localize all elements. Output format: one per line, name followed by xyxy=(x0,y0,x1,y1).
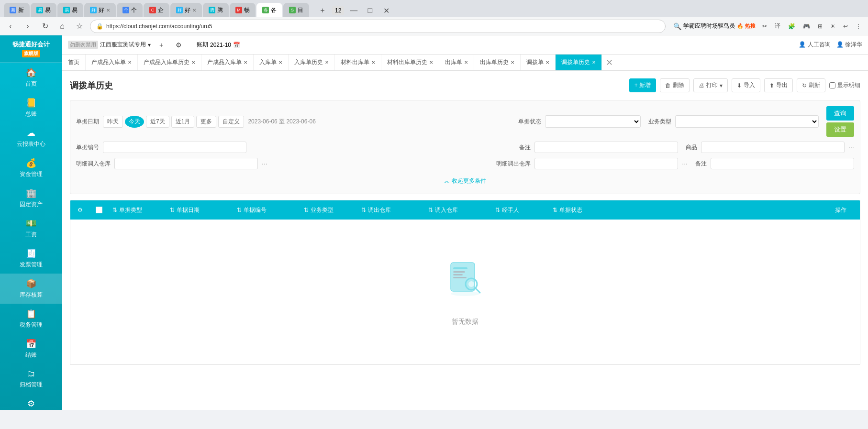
page-tab-home[interactable]: 首页 xyxy=(62,55,86,70)
sidebar-item-ledger[interactable]: 📒 总账 xyxy=(0,93,62,123)
browser-tab-9[interactable]: M 畅 xyxy=(230,3,256,17)
collapse-button[interactable]: ︽ 收起更多条件 xyxy=(76,174,854,188)
user-avatar[interactable]: 👤 徐泽华 xyxy=(836,41,862,49)
browser-tab-10[interactable]: 各 各 xyxy=(256,3,282,17)
period-selector[interactable]: 账期 2021-10 📅 xyxy=(197,41,240,49)
sidebar-item-inventory[interactable]: 📦 库存核算 xyxy=(0,274,62,304)
back-button[interactable]: ‹ xyxy=(4,20,17,33)
show-all-option[interactable]: 显示明细 xyxy=(829,81,860,89)
sidebar-item-home[interactable]: 🏠 首页 xyxy=(0,63,62,93)
th-doc-type[interactable]: ⇅ 单据类型 xyxy=(109,206,166,214)
browser-tab-2[interactable]: 易 易 xyxy=(31,3,56,17)
print-button[interactable]: 🖨 打印 ▾ xyxy=(693,78,728,92)
page-tab-out-order[interactable]: 出库单 ✕ xyxy=(439,55,474,70)
add-company-button[interactable]: + xyxy=(155,38,168,52)
refresh-button[interactable]: ↻ 刷新 xyxy=(797,78,825,92)
th-settings[interactable]: ⚙ xyxy=(70,207,89,213)
th-doc-no[interactable]: ⇅ 单据编号 xyxy=(233,206,300,214)
th-handler[interactable]: ⇅ 经手人 xyxy=(491,206,549,214)
close-tab-icon[interactable]: ✕ xyxy=(278,60,282,65)
remark-input[interactable] xyxy=(534,142,678,153)
close-tab-icon[interactable]: ✕ xyxy=(192,8,196,13)
detail-in-more-icon[interactable]: ··· xyxy=(262,160,267,167)
url-bar[interactable]: 🔒 https://cloud.chanjet.com/accounting/u… xyxy=(90,20,666,33)
minimize-button[interactable]: — xyxy=(347,4,360,17)
browser-tab-4[interactable]: 好 好 ✕ xyxy=(84,3,116,17)
goods-more-icon[interactable]: ··· xyxy=(848,143,854,151)
company-selector[interactable]: 勿删勿禁用 江西服宝测试专用 ▾ xyxy=(68,41,151,49)
home-button[interactable]: ⌂ xyxy=(56,20,69,33)
browser-tab-7[interactable]: 好 好 ✕ xyxy=(170,3,202,17)
status-select[interactable] xyxy=(545,115,641,128)
set-button[interactable]: 设置 xyxy=(826,122,854,137)
th-biz-type[interactable]: ⇅ 业务类型 xyxy=(300,206,357,214)
close-tab-icon[interactable]: ✕ xyxy=(371,60,375,65)
page-tab-out-history[interactable]: 出库单历史 ✕ xyxy=(474,55,521,70)
sidebar-item-wages[interactable]: 💵 工资 xyxy=(0,213,62,243)
tool-ext1[interactable]: 🧩 xyxy=(785,22,798,31)
sidebar-item-tax[interactable]: 📋 税务管理 xyxy=(0,304,62,334)
page-tab-in-order[interactable]: 入库单 ✕ xyxy=(254,55,289,70)
close-tab-icon[interactable]: ✕ xyxy=(106,8,110,13)
close-tab-icon[interactable]: ✕ xyxy=(511,60,514,65)
page-tab-mat-out[interactable]: 材料出库单 ✕ xyxy=(335,55,381,70)
date-btn-custom[interactable]: 自定义 xyxy=(218,116,244,128)
date-btn-1month[interactable]: 近1月 xyxy=(171,116,195,128)
page-tab-in-history[interactable]: 入库单历史 ✕ xyxy=(289,55,335,70)
close-window-button[interactable]: ✕ xyxy=(379,4,393,17)
th-out-warehouse[interactable]: ⇅ 调出仓库 xyxy=(357,206,424,214)
show-all-checkbox[interactable] xyxy=(829,82,835,88)
page-tab-product-in-history[interactable]: 产成品入库单历史 ✕ xyxy=(138,55,201,70)
close-tab-icon[interactable]: ✕ xyxy=(429,60,433,65)
maximize-button[interactable]: □ xyxy=(363,4,377,17)
page-tab-mat-out-history[interactable]: 材料出库单历史 ✕ xyxy=(381,55,439,70)
select-all-checkbox[interactable] xyxy=(96,207,102,213)
company-settings-button[interactable]: ⚙ xyxy=(172,38,185,52)
th-in-warehouse[interactable]: ⇅ 调入仓库 xyxy=(424,206,491,214)
forward-button[interactable]: › xyxy=(21,20,34,33)
tool-menu[interactable]: ⋮ xyxy=(853,22,864,31)
tool-game[interactable]: 🎮 xyxy=(800,22,813,31)
close-tab-icon[interactable]: ✕ xyxy=(464,60,468,65)
query-button[interactable]: 查询 xyxy=(826,106,854,121)
th-doc-status[interactable]: ⇅ 单据状态 xyxy=(549,206,822,214)
close-tab-icon[interactable]: ✕ xyxy=(128,60,132,65)
browser-tab-6[interactable]: C 企 xyxy=(144,3,169,17)
sidebar-item-close[interactable]: 📅 结账 xyxy=(0,334,62,364)
docno-input[interactable] xyxy=(103,142,246,153)
new-tab-button[interactable]: + xyxy=(316,4,329,17)
date-btn-more[interactable]: 更多 xyxy=(196,116,216,128)
browser-tab-5[interactable]: 个 个 xyxy=(117,3,143,17)
th-checkbox[interactable] xyxy=(89,207,109,213)
close-tab-icon[interactable]: ✕ xyxy=(191,60,195,65)
biz-type-select[interactable] xyxy=(675,115,819,128)
page-tab-transfer[interactable]: 调拨单 ✕ xyxy=(521,55,556,70)
close-tab-icon[interactable]: ✕ xyxy=(592,60,596,65)
sidebar-item-settings[interactable]: ⚙ 基础设置 xyxy=(0,394,62,410)
sidebar-item-archive[interactable]: 🗂 归档管理 xyxy=(0,364,62,394)
tool-undo[interactable]: ↩ xyxy=(840,22,851,31)
date-btn-7days[interactable]: 近7天 xyxy=(146,116,169,128)
page-tab-transfer-history[interactable]: 调拨单历史 ✕ xyxy=(556,55,602,70)
detail-out-input[interactable] xyxy=(534,158,678,169)
tool-grid[interactable]: ⊞ xyxy=(815,22,825,31)
page-tab-product-in[interactable]: 产成品入库单 ✕ xyxy=(86,55,138,70)
reload-button[interactable]: ↻ xyxy=(38,20,52,33)
close-tab-icon[interactable]: ✕ xyxy=(325,60,329,65)
goods-input[interactable] xyxy=(701,142,845,153)
th-doc-date[interactable]: ⇅ 单据日期 xyxy=(166,206,233,214)
service-button[interactable]: 👤 人工咨询 xyxy=(799,41,830,49)
bookmark-button[interactable]: ☆ xyxy=(73,20,86,33)
sidebar-item-reports[interactable]: ☁ 云报表中心 xyxy=(0,123,62,153)
close-all-button[interactable]: ✕ xyxy=(602,57,617,68)
browser-tab-8[interactable]: 腾 腾 xyxy=(203,3,229,17)
date-btn-today[interactable]: 今天 xyxy=(125,116,144,128)
detail-in-input[interactable] xyxy=(114,158,258,169)
export-button[interactable]: ⬆ 导出 xyxy=(764,78,793,92)
close-tab-icon[interactable]: ✕ xyxy=(545,60,549,65)
browser-tab-1[interactable]: 新 新 xyxy=(4,3,30,17)
date-btn-yesterday[interactable]: 昨天 xyxy=(103,116,123,128)
sidebar-item-invoice[interactable]: 🧾 发票管理 xyxy=(0,243,62,274)
import-button[interactable]: ⬇ 导入 xyxy=(732,78,760,92)
tool-brightness[interactable]: ☀ xyxy=(827,22,838,31)
